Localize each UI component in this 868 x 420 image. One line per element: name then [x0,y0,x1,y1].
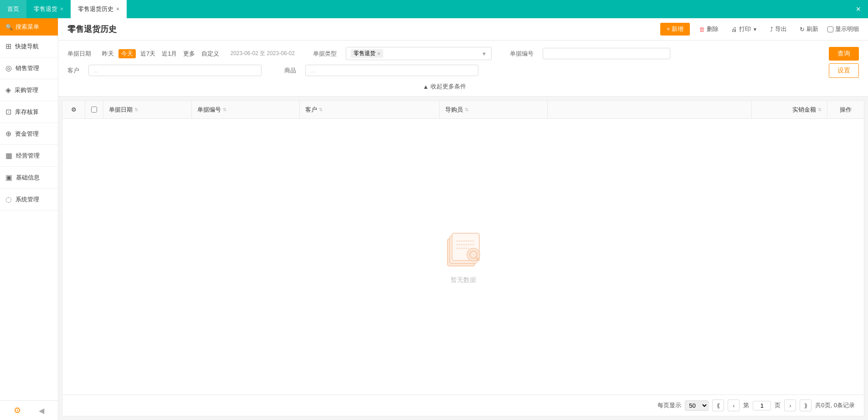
filter-settings-button[interactable]: 设置 [829,63,859,78]
empty-state-icon [441,230,486,271]
th-spacer [548,101,752,118]
th-bill-no[interactable]: 单据编号 ⇅ [192,101,300,118]
total-info: 共0页, 0条记录 [815,401,855,410]
customer-input[interactable] [88,65,262,76]
filter-fields: 单据日期 昨天 今天 近7天 近1月 更多 自定义 2023-06-02 至 2… [67,47,822,92]
sidebar-item-basic-info[interactable]: ▣ 基础信息 [0,167,58,189]
finance-icon: ⊕ [5,129,11,138]
shortcut-7days[interactable]: 近7天 [139,49,157,58]
shortcut-more[interactable]: 更多 [181,49,197,58]
shortcut-1month[interactable]: 近1月 [160,49,179,58]
empty-text: 暂无数据 [451,276,476,284]
collapse-button[interactable]: ▲ 收起更多条件 [417,81,472,92]
filter-section: 单据日期 昨天 今天 近7天 近1月 更多 自定义 2023-06-02 至 2… [67,47,859,92]
th-customer[interactable]: 客户 ⇅ [300,101,440,118]
query-button[interactable]: 查询 [829,47,859,61]
sidebar-item-purchase[interactable]: ◈ 采购管理 [0,79,58,101]
show-detail-checkbox-area[interactable]: 显示明细 [827,25,859,33]
date-shortcuts: 昨天 今天 近7天 近1月 更多 自定义 [100,49,221,58]
remove-bill-type-tag[interactable]: × [377,51,380,57]
print-button[interactable]: 🖨 打印 ▼ [728,23,761,35]
filter-row-1: 单据日期 昨天 今天 近7天 近1月 更多 自定义 2023-06-02 至 2… [67,47,822,60]
main-layout: 🔍 搜索菜单 ⊞ 快捷导航 ◎ 销售管理 ◈ 采购管理 ⊡ 库存核算 ⊕ 资金管… [0,18,868,420]
page-title: 零售退货历史 [67,24,117,35]
collapse-icon: ▲ [423,83,429,90]
collapse-sidebar-icon[interactable]: ◀ [39,406,44,415]
tab-list: 首页 零售退货 × 零售退货历史 × [0,0,848,18]
shortcut-custom[interactable]: 自定义 [200,49,221,58]
sidebar-item-quick-nav[interactable]: ⊞ 快捷导航 [0,36,58,57]
shortcut-yesterday[interactable]: 昨天 [100,49,116,58]
delete-icon: 🗑 [699,26,705,33]
th-settings[interactable]: ⚙ [62,101,85,118]
th-ops: 操作 [827,101,864,118]
export-button[interactable]: ⤴ 导出 [766,23,791,35]
first-page-button[interactable]: ⟪ [712,400,724,411]
inventory-icon: ⊡ [5,108,11,116]
sort-date-icon: ⇅ [134,107,138,112]
table-area: ⚙ 单据日期 ⇅ 单据编号 ⇅ 客户 ⇅ 导购员 [62,100,864,416]
content-area: 零售退货历史 + 新增 🗑 删除 🖨 打印 ▼ ⤴ 导出 ↻ [58,18,868,420]
bill-type-dropdown-icon: ▼ [482,51,487,56]
settings-bottom-icon[interactable]: ⚙ [14,405,21,415]
sidebar-item-inventory[interactable]: ⊡ 库存核算 [0,101,58,123]
search-menu-button[interactable]: 🔍 搜索菜单 [0,18,58,36]
current-page-input[interactable] [753,401,771,410]
search-icon: 🔍 [5,24,13,31]
sort-guide-icon: ⇅ [465,107,468,112]
export-icon: ⤴ [770,26,773,33]
operations-icon: ▦ [5,151,12,160]
print-icon: 🖨 [731,26,737,33]
th-amount[interactable]: 实销金额 ⇅ [752,101,827,118]
page-size-select[interactable]: 50 20 100 [685,400,709,411]
sidebar-item-finance[interactable]: ⊕ 资金管理 [0,123,58,145]
page-label-before: 第 [743,401,749,410]
print-dropdown-icon: ▼ [753,27,757,32]
sidebar-item-sales[interactable]: ◎ 销售管理 [0,57,58,79]
close-history-icon[interactable]: × [116,6,119,12]
th-guide[interactable]: 导购员 ⇅ [440,101,548,118]
window-close-button[interactable]: × [848,5,868,14]
filter-row-2: 客户 商品 [67,65,822,76]
th-checkbox[interactable] [85,101,103,118]
bill-type-label: 单据类型 [313,50,337,58]
close-retail-return-icon[interactable]: × [60,6,63,12]
bill-no-label: 单据编号 [510,50,534,58]
bill-no-input[interactable] [543,48,670,59]
last-page-button[interactable]: ⟫ [800,400,812,411]
tab-retail-return[interactable]: 零售退货 × [26,0,71,18]
system-icon: ◌ [5,195,12,204]
next-page-button[interactable]: › [784,400,796,411]
add-button[interactable]: + 新增 [660,23,690,36]
page-label-after: 页 [775,401,781,410]
th-date[interactable]: 单据日期 ⇅ [103,101,192,118]
shortcut-today[interactable]: 今天 [118,49,136,58]
customer-label: 客户 [67,67,79,75]
table-header: ⚙ 单据日期 ⇅ 单据编号 ⇅ 客户 ⇅ 导购员 [62,101,864,119]
column-settings-icon[interactable]: ⚙ [71,106,77,113]
tab-home[interactable]: 首页 [0,0,26,18]
bill-type-select[interactable]: 零售退货 × ▼ [346,47,492,60]
top-bar: 首页 零售退货 × 零售退货历史 × × [0,0,868,18]
collapse-row: ▲ 收起更多条件 [67,81,822,92]
sidebar: 🔍 搜索菜单 ⊞ 快捷导航 ◎ 销售管理 ◈ 采购管理 ⊡ 库存核算 ⊕ 资金管… [0,18,58,420]
delete-button[interactable]: 🗑 删除 [695,23,722,35]
select-all-checkbox[interactable] [91,107,97,113]
prev-page-button[interactable]: ‹ [728,400,740,411]
date-range-display: 2023-06-02 至 2023-06-02 [230,50,294,57]
pagination: 每页显示 50 20 100 ⟪ ‹ 第 页 › ⟫ 共0页, 0条记录 [62,394,864,416]
sidebar-item-system[interactable]: ◌ 系统管理 [0,189,58,210]
purchase-icon: ◈ [5,86,11,94]
show-detail-checkbox[interactable] [827,26,833,32]
sales-icon: ◎ [5,64,12,72]
right-action-buttons: 查询 设置 [829,47,859,78]
refresh-icon: ↻ [800,26,805,33]
filter-area: 单据日期 昨天 今天 近7天 近1月 更多 自定义 2023-06-02 至 2… [58,41,868,97]
page-size-label: 每页显示 [657,401,681,410]
refresh-button[interactable]: ↻ 刷新 [796,23,822,35]
tab-retail-return-history[interactable]: 零售退货历史 × [71,0,127,18]
goods-input[interactable] [305,65,478,76]
sort-customer-icon: ⇅ [319,107,323,112]
page-header: 零售退货历史 + 新增 🗑 删除 🖨 打印 ▼ ⤴ 导出 ↻ [58,18,868,41]
sidebar-item-operations[interactable]: ▦ 经营管理 [0,145,58,167]
